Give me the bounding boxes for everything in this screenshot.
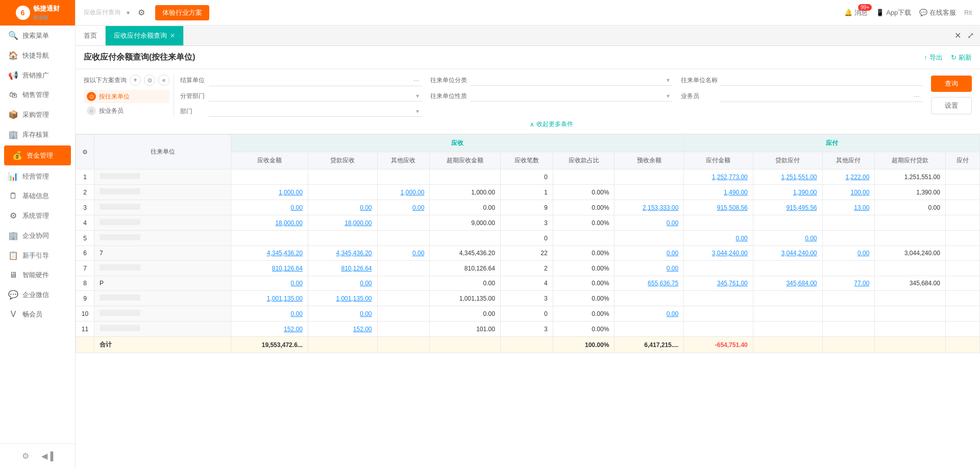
ar-overdue-cell[interactable]: 1,001,135.00 <box>430 291 501 306</box>
scheme-by-unit[interactable]: ⊙ 按往来单位 <box>84 90 169 103</box>
ar-prepay-cell[interactable]: 0.00 <box>615 246 684 261</box>
add-scheme-btn[interactable]: + <box>130 75 141 86</box>
query-button[interactable]: 查询 <box>931 76 972 92</box>
ar-overdue-cell[interactable]: 4,345,436.20 <box>430 246 501 261</box>
ar-prepay-cell[interactable] <box>615 231 684 246</box>
settlement-unit-input[interactable]: ··· <box>209 75 422 86</box>
sidebar-item-hardware[interactable]: 🖥 智能硬件 <box>0 265 75 285</box>
unit-category-select[interactable]: ▾ <box>470 75 672 86</box>
ar-other-cell[interactable] <box>377 322 430 337</box>
ap-amount-cell[interactable]: 1,252,773.00 <box>684 169 753 185</box>
dept-select[interactable]: ▾ <box>209 106 422 117</box>
ar-other-cell[interactable]: 1,000.00 <box>377 185 430 200</box>
ap-other-cell[interactable]: 1,222.00 <box>822 169 875 185</box>
ar-overdue-cell[interactable] <box>430 231 501 246</box>
export-button[interactable]: ↑ 导出 <box>924 53 943 62</box>
tab-close-icon[interactable]: ✕ <box>170 32 175 39</box>
ap-amount-cell[interactable] <box>684 215 753 231</box>
ar-other-cell[interactable]: 0.00 <box>377 200 430 215</box>
ap-other-cell[interactable] <box>822 261 875 276</box>
ar-loan-cell[interactable]: 4,345,436.20 <box>308 246 377 261</box>
ar-overdue-cell[interactable]: 810,126.64 <box>430 261 501 276</box>
collapse-button[interactable]: ∧ 收起更多条件 <box>530 120 573 129</box>
table-settings-icon[interactable]: ⚙ <box>82 149 88 156</box>
collapse-scheme-btn[interactable]: « <box>158 75 169 86</box>
sidebar-item-system[interactable]: ⚙ 系统管理 <box>0 206 75 226</box>
ar-prepay-cell[interactable] <box>615 322 684 337</box>
notice-button[interactable]: 🔔 消息 99+ <box>844 8 868 17</box>
ar-overdue-cell[interactable]: 101.00 <box>430 322 501 337</box>
tab-home[interactable]: 首页 <box>76 26 106 45</box>
ap-overdue-cell[interactable]: 1,251,551.00 <box>875 169 946 185</box>
ar-loan-cell[interactable]: 0.00 <box>308 306 377 322</box>
ap-amount-cell[interactable] <box>684 261 753 276</box>
ar-loan-cell[interactable] <box>308 185 377 200</box>
ar-amount-cell[interactable]: 152.00 <box>231 322 308 337</box>
ar-prepay-cell[interactable]: 0.00 <box>615 306 684 322</box>
ap-overdue-cell[interactable]: 0.00 <box>875 200 946 215</box>
ar-amount-cell[interactable] <box>231 231 308 246</box>
ar-other-cell[interactable] <box>377 306 430 322</box>
ar-overdue-cell[interactable]: 0.00 <box>430 200 501 215</box>
settlement-dots-icon[interactable]: ··· <box>413 76 420 84</box>
ap-amount-cell[interactable] <box>684 291 753 306</box>
ap-loan-cell[interactable] <box>753 215 822 231</box>
ap-overdue-cell[interactable]: 3,044,240.00 <box>875 246 946 261</box>
ar-amount-cell[interactable]: 810,126.64 <box>231 261 308 276</box>
ar-loan-cell[interactable]: 1,001,135.00 <box>308 291 377 306</box>
settings-col-header[interactable]: ⚙ <box>76 135 94 169</box>
ap-loan-cell[interactable] <box>753 291 822 306</box>
ar-amount-cell[interactable]: 0.00 <box>231 276 308 291</box>
salesperson-dots-icon[interactable]: ··· <box>914 92 920 100</box>
sidebar-item-finance[interactable]: 💰 资金管理 <box>4 145 71 165</box>
ap-other-cell[interactable] <box>822 215 875 231</box>
ar-prepay-cell[interactable]: 655,636.75 <box>615 276 684 291</box>
ar-other-cell[interactable]: 0.00 <box>377 246 430 261</box>
dept-managed-select[interactable]: ▾ <box>209 91 422 102</box>
ar-other-cell[interactable] <box>377 291 430 306</box>
ar-prepay-cell[interactable] <box>615 185 684 200</box>
tab-ar-ap[interactable]: 应收应付余额查询 ✕ <box>106 26 184 45</box>
ap-other-cell[interactable]: 13.00 <box>822 200 875 215</box>
sidebar-item-sales[interactable]: 🛍 销售管理 <box>0 85 75 105</box>
ap-loan-cell[interactable]: 915,495.56 <box>753 200 822 215</box>
sidebar-item-quick-nav[interactable]: 🏠 快捷导航 <box>0 45 75 65</box>
unit-name-input[interactable] <box>721 75 923 86</box>
ap-loan-cell[interactable] <box>753 306 822 322</box>
ar-loan-cell[interactable] <box>308 231 377 246</box>
tab-expand-btn[interactable]: ⤢ <box>965 29 976 42</box>
settings-scheme-btn[interactable]: ⊙ <box>144 75 155 86</box>
ar-amount-cell[interactable]: 0.00 <box>231 200 308 215</box>
ap-other-cell[interactable]: 0.00 <box>822 246 875 261</box>
app-download-button[interactable]: 📱 App下载 <box>876 8 911 17</box>
ar-overdue-cell[interactable]: 9,000.00 <box>430 215 501 231</box>
ar-other-cell[interactable] <box>377 276 430 291</box>
ap-amount-cell[interactable]: 1,490.00 <box>684 185 753 200</box>
ar-amount-cell[interactable]: 1,000.00 <box>231 185 308 200</box>
ar-overdue-cell[interactable]: 0.00 <box>430 306 501 322</box>
scheme-by-staff[interactable]: ○ 按业务员 <box>84 104 169 117</box>
sidebar-item-search-menu[interactable]: 🔍 搜索菜单 <box>0 26 75 45</box>
sidebar-item-inventory[interactable]: 🏢 库存核算 <box>0 125 75 144</box>
ap-other-cell[interactable]: 100.00 <box>822 185 875 200</box>
ar-prepay-cell[interactable]: 0.00 <box>615 261 684 276</box>
ar-overdue-cell[interactable] <box>430 169 501 185</box>
sidebar-item-purchase[interactable]: 📦 采购管理 <box>0 105 75 125</box>
ap-overdue-cell[interactable]: 1,390.00 <box>875 185 946 200</box>
sidebar-settings-btn[interactable]: ⚙ <box>17 448 34 464</box>
ap-other-cell[interactable]: 77.00 <box>822 276 875 291</box>
set-button[interactable]: 设置 <box>931 97 972 114</box>
ap-overdue-cell[interactable]: 345,684.00 <box>875 276 946 291</box>
ap-overdue-cell[interactable] <box>875 231 946 246</box>
sidebar-item-operations[interactable]: 📊 经营管理 <box>0 166 75 186</box>
ar-amount-cell[interactable]: 1,001,135.00 <box>231 291 308 306</box>
ap-overdue-cell[interactable] <box>875 215 946 231</box>
sidebar-item-vip[interactable]: V 畅会员 <box>0 305 75 324</box>
ap-overdue-cell[interactable] <box>875 322 946 337</box>
ap-loan-cell[interactable] <box>753 322 822 337</box>
ar-loan-cell[interactable]: 810,126.64 <box>308 261 377 276</box>
ar-prepay-cell[interactable]: 2,153,333.00 <box>615 200 684 215</box>
salesperson-input[interactable]: ··· <box>720 90 923 102</box>
ap-overdue-cell[interactable] <box>875 306 946 322</box>
ar-amount-cell[interactable]: 0.00 <box>231 306 308 322</box>
